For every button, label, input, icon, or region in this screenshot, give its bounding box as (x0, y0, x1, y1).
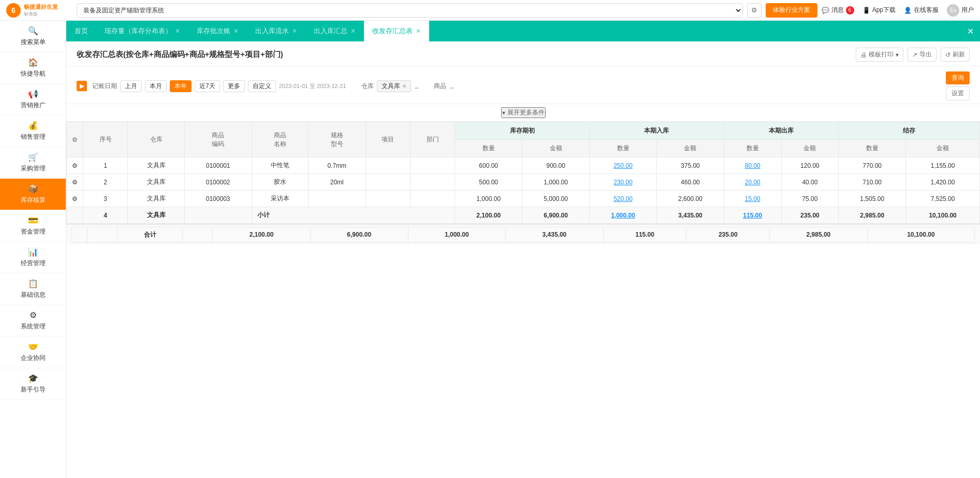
date-7days[interactable]: 近7天 (195, 80, 220, 92)
row-dept-0 (410, 157, 455, 174)
tab-close-batch[interactable]: ✕ (233, 27, 239, 35)
sidebar-item-inventory[interactable]: 📦库存核算 (0, 179, 66, 210)
sidebar-item-system[interactable]: ⚙系统管理 (0, 305, 66, 337)
row-settings-1[interactable]: ⚙ (67, 174, 83, 191)
sidebar-item-marketing[interactable]: 📢营销推广 (0, 84, 66, 115)
close-qty-header: 数量 (839, 140, 906, 157)
sidebar-item-basic[interactable]: 📋基础信息 (0, 273, 66, 305)
row-out-qty-1[interactable]: 20.00 (724, 174, 781, 191)
sub-out-qty[interactable]: 115.00 (724, 207, 781, 224)
tab-label-batch: 库存批次账 (197, 26, 230, 36)
row-open-amt-0: 900.00 (522, 157, 590, 174)
page-title: 收发存汇总表(按仓库+商品编码+商品+规格型号+项目+部门) (77, 50, 283, 60)
tab-close-stock-dist[interactable]: ✕ (175, 27, 180, 35)
sidebar-item-purchase[interactable]: 🛒采购管理 (0, 147, 66, 179)
warehouse-tag-close[interactable]: ✕ (402, 83, 406, 89)
date-range: 2023-01-01 至 2023-12-31 (279, 82, 346, 90)
sidebar: 🔍搜索菜单🏠快捷导航📢营销推广💰销售管理🛒采购管理📦库存核算💳资金管理📊经营管理… (0, 21, 66, 478)
tab-summary[interactable]: 出入库汇总✕ (305, 21, 364, 41)
footer-settings (72, 227, 87, 242)
sub-open-qty: 2,100.00 (455, 207, 522, 224)
warehouse-more[interactable]: ... (414, 81, 418, 91)
online-service-button[interactable]: 👤 在线客服 (904, 6, 939, 15)
row-in-amt-1: 460.00 (656, 174, 724, 191)
in-qty-header: 数量 (590, 140, 657, 157)
footer-dept (182, 227, 212, 242)
footer-open-amt: 6,900.00 (310, 227, 408, 242)
out-qty-header: 数量 (724, 140, 781, 157)
message-badge: 6 (846, 6, 854, 15)
tab-close-summary[interactable]: ✕ (350, 27, 356, 35)
row-in-qty-0[interactable]: 250.00 (590, 157, 657, 174)
gear-button[interactable]: ⚙ (747, 3, 762, 18)
logo-text: 畅捷通好生意 (24, 3, 58, 11)
sidebar-item-enterprise[interactable]: 🤝企业协同 (0, 337, 66, 368)
sidebar-item-sales[interactable]: 💰销售管理 (0, 115, 66, 147)
purchase-icon: 🛒 (28, 152, 38, 162)
sub-open-amt: 6,900.00 (522, 207, 590, 224)
tab-stock-dist[interactable]: 现存量（库存分布表）✕ (96, 21, 188, 41)
row-name-1: 胶水 (252, 174, 308, 191)
date-more[interactable]: 更多 (223, 80, 245, 92)
row-settings-2[interactable]: ⚙ (67, 191, 83, 207)
expand-button[interactable]: ▾ 展开更多条件 (501, 107, 546, 118)
tab-close-all[interactable]: ✕ (961, 26, 980, 36)
trial-button[interactable]: 体验行业方案 (766, 3, 817, 18)
refresh-button[interactable]: ↺ 刷新 (941, 48, 970, 62)
col-spec-header: 规格型号 (308, 122, 365, 157)
tab-flow[interactable]: 出入库流水✕ (247, 21, 305, 41)
tab-batch[interactable]: 库存批次账✕ (188, 21, 247, 41)
filter-toggle[interactable]: ▶ (77, 81, 87, 91)
tab-close-recv-send[interactable]: ✕ (416, 27, 421, 35)
sidebar-item-finance[interactable]: 💳资金管理 (0, 210, 66, 242)
goods-label: 商品 (434, 82, 446, 91)
print-icon: 🖨 (860, 51, 867, 59)
row-code-1: 0100002 (184, 174, 252, 191)
sidebar-item-guide[interactable]: 🎓新手引导 (0, 368, 66, 400)
refresh-icon: ↺ (945, 51, 950, 59)
sidebar-item-operations[interactable]: 📊经营管理 (0, 242, 66, 273)
sidebar-label-search: 搜索菜单 (21, 38, 46, 47)
sidebar-item-quick-nav[interactable]: 🏠快捷导航 (0, 52, 66, 84)
date-this-month[interactable]: 本月 (145, 80, 167, 92)
query-button[interactable]: 查询 (946, 71, 970, 84)
date-last-month[interactable]: 上月 (120, 80, 142, 92)
date-this-year[interactable]: 本年 (170, 80, 192, 92)
tab-close-flow[interactable]: ✕ (292, 27, 297, 35)
row-in-qty-1[interactable]: 230.00 (590, 174, 657, 191)
row-settings-0[interactable]: ⚙ (67, 157, 83, 174)
sub-in-qty[interactable]: 1,000.00 (590, 207, 657, 224)
goods-filter: 商品 ... (434, 81, 453, 91)
filter-date-section: 记账日期 上月 本月 本年 近7天 更多 自定义 2023-01-01 至 20… (92, 80, 346, 92)
tab-label-home: 首页 (75, 26, 88, 36)
message-button[interactable]: 💬 消息 6 (822, 6, 854, 15)
tab-home[interactable]: 首页 (66, 21, 96, 41)
table-row: ⚙ 2 文具库 0100002 胶水 20ml 500.00 1,000.00 … (67, 174, 980, 191)
date-custom[interactable]: 自定义 (248, 80, 276, 92)
row-out-qty-2[interactable]: 15.00 (724, 191, 781, 207)
tab-label-summary: 出入库汇总 (314, 26, 347, 36)
row-out-qty-0[interactable]: 80.00 (724, 157, 781, 174)
row-open-amt-2: 5,000.00 (522, 191, 590, 207)
goods-more[interactable]: ... (449, 81, 453, 91)
row-spec-2 (308, 191, 365, 207)
print-button[interactable]: 🖨 模板打印 ▾ (856, 48, 903, 62)
sidebar-label-basic: 基础信息 (21, 291, 46, 299)
footer-in-qty: 1,000.00 (408, 227, 506, 242)
sidebar-item-search[interactable]: 🔍搜索菜单 (0, 21, 66, 52)
settings-header: ⚙ (67, 122, 83, 157)
tab-recv-send[interactable]: 收发存汇总表✕ (364, 21, 429, 41)
sidebar-label-sales: 销售管理 (21, 133, 46, 141)
set-button[interactable]: 设置 (946, 86, 970, 100)
system-select[interactable]: 装备及固定资产辅助管理系统 (77, 3, 743, 18)
row-close-qty-1: 710.00 (839, 174, 906, 191)
user-menu[interactable]: Ea 用户 (947, 4, 974, 17)
sub-close-qty: 2,985.00 (839, 207, 906, 224)
export-button[interactable]: ↗ 导出 (908, 48, 937, 62)
row-in-qty-2[interactable]: 520.00 (590, 191, 657, 207)
message-icon: 💬 (822, 7, 829, 14)
table-row: ⚙ 1 文具库 0100001 中性笔 0.7mm 600.00 900.00 … (67, 157, 980, 174)
row-out-amt-1: 40.00 (781, 174, 839, 191)
app-download-button[interactable]: 📱 App下载 (862, 6, 896, 15)
sidebar-label-guide: 新手引导 (21, 385, 46, 394)
